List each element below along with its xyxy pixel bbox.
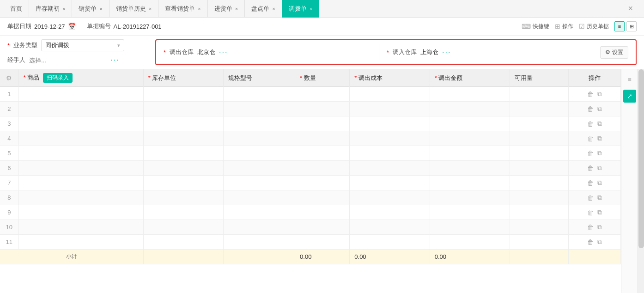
row-available[interactable] [510, 220, 569, 235]
row-product[interactable] [18, 146, 143, 161]
row-unit[interactable] [143, 176, 223, 190]
window-close-button[interactable]: × [624, 2, 637, 15]
row-unit[interactable] [143, 205, 223, 220]
row-available[interactable] [510, 116, 569, 131]
tab-view-sales-close[interactable]: × [198, 6, 200, 12]
copy-icon[interactable]: ⧉ [597, 149, 602, 157]
row-available[interactable] [510, 205, 569, 220]
row-product[interactable] [18, 176, 143, 190]
row-quantity[interactable] [295, 161, 350, 176]
delete-icon[interactable]: 🗑 [587, 238, 594, 246]
row-product[interactable] [18, 131, 143, 146]
delete-icon[interactable]: 🗑 [587, 179, 594, 187]
tab-purchase[interactable]: 进货单 × [208, 0, 245, 18]
gear-icon[interactable]: ⚙ [6, 74, 12, 82]
copy-icon[interactable]: ⧉ [597, 105, 602, 113]
row-unit[interactable] [143, 235, 223, 250]
tab-view-sales[interactable]: 查看销货单 × [158, 0, 207, 18]
layout-grid-icon[interactable]: ⊞ [626, 21, 637, 31]
row-product[interactable] [18, 116, 143, 131]
row-product[interactable] [18, 102, 143, 116]
row-quantity[interactable] [295, 176, 350, 190]
row-quantity[interactable] [295, 220, 350, 235]
business-type-select[interactable]: 同价调拨 ▾ [41, 39, 124, 51]
tab-home[interactable]: 首页 [4, 0, 29, 18]
row-available[interactable] [510, 102, 569, 116]
row-spec[interactable] [224, 235, 295, 250]
delete-icon[interactable]: 🗑 [587, 91, 594, 98]
row-cost[interactable] [350, 102, 430, 116]
copy-icon[interactable]: ⧉ [597, 134, 602, 142]
row-cost[interactable] [350, 220, 430, 235]
row-spec[interactable] [224, 190, 295, 205]
row-amount[interactable] [430, 161, 510, 176]
row-unit[interactable] [143, 87, 223, 102]
warehouse-in-more-button[interactable]: ··· [442, 48, 451, 56]
row-product[interactable] [18, 235, 143, 250]
row-cost[interactable] [350, 176, 430, 190]
row-amount[interactable] [430, 87, 510, 102]
delete-icon[interactable]: 🗑 [587, 209, 594, 216]
row-quantity[interactable] [295, 102, 350, 116]
shortcut-button[interactable]: ⌨ 快捷键 [522, 23, 549, 31]
tab-sales-order[interactable]: 销货单 × [72, 0, 109, 18]
row-unit[interactable] [143, 190, 223, 205]
delete-icon[interactable]: 🗑 [587, 165, 594, 172]
row-product[interactable] [18, 205, 143, 220]
row-cost[interactable] [350, 161, 430, 176]
row-available[interactable] [510, 131, 569, 146]
row-available[interactable] [510, 235, 569, 250]
tab-purchase-close[interactable]: × [235, 6, 238, 12]
row-unit[interactable] [143, 146, 223, 161]
row-available[interactable] [510, 190, 569, 205]
row-quantity[interactable] [295, 146, 350, 161]
row-spec[interactable] [224, 161, 295, 176]
layout-list-icon[interactable]: ≡ [614, 21, 625, 31]
row-cost[interactable] [350, 146, 430, 161]
tab-inventory-init-close[interactable]: × [62, 6, 65, 12]
row-quantity[interactable] [295, 205, 350, 220]
row-cost[interactable] [350, 235, 430, 250]
tab-sales-history-close[interactable]: × [149, 6, 152, 12]
row-cost[interactable] [350, 87, 430, 102]
warehouse-out-more-button[interactable]: ··· [219, 48, 228, 56]
row-amount[interactable] [430, 131, 510, 146]
row-spec[interactable] [224, 176, 295, 190]
row-available[interactable] [510, 176, 569, 190]
row-unit[interactable] [143, 161, 223, 176]
row-product[interactable] [18, 87, 143, 102]
tab-inventory[interactable]: 盘点单 × [245, 0, 282, 18]
row-available[interactable] [510, 161, 569, 176]
row-amount[interactable] [430, 116, 510, 131]
row-spec[interactable] [224, 205, 295, 220]
row-spec[interactable] [224, 131, 295, 146]
handler-more-button[interactable]: ··· [110, 56, 119, 64]
row-unit[interactable] [143, 116, 223, 131]
row-amount[interactable] [430, 220, 510, 235]
operation-button[interactable]: ⊞ 操作 [555, 23, 573, 31]
copy-icon[interactable]: ⧉ [597, 179, 602, 187]
copy-icon[interactable]: ⧉ [597, 194, 602, 201]
handler-input[interactable] [29, 57, 107, 64]
copy-icon[interactable]: ⧉ [597, 120, 602, 128]
row-cost[interactable] [350, 131, 430, 146]
copy-icon[interactable]: ⧉ [597, 223, 602, 231]
tab-transfer-close[interactable]: × [310, 6, 312, 12]
row-spec[interactable] [224, 146, 295, 161]
row-available[interactable] [510, 146, 569, 161]
row-amount[interactable] [430, 235, 510, 250]
row-product[interactable] [18, 161, 143, 176]
row-quantity[interactable] [295, 131, 350, 146]
row-spec[interactable] [224, 102, 295, 116]
delete-icon[interactable]: 🗑 [587, 150, 594, 157]
row-unit[interactable] [143, 131, 223, 146]
row-amount[interactable] [430, 146, 510, 161]
delete-icon[interactable]: 🗑 [587, 120, 594, 128]
scrollbar[interactable] [638, 69, 644, 293]
row-cost[interactable] [350, 190, 430, 205]
history-button[interactable]: ☑ 历史单据 [579, 23, 609, 31]
sidebar-expand-icon[interactable]: ⤢ [623, 90, 636, 103]
row-quantity[interactable] [295, 190, 350, 205]
row-unit[interactable] [143, 102, 223, 116]
copy-icon[interactable]: ⧉ [597, 164, 602, 172]
